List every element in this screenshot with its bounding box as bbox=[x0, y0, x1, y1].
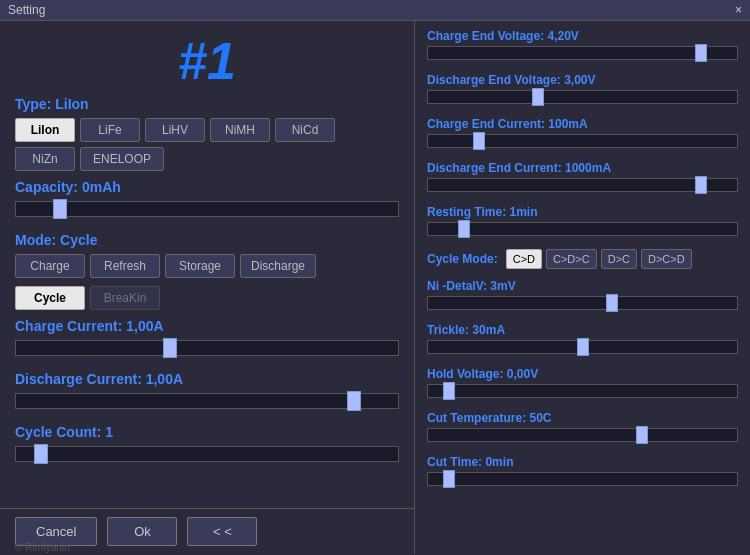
cycle-count-slider[interactable] bbox=[15, 446, 399, 462]
capacity-slider-row bbox=[15, 201, 399, 220]
charge-end-current-row: Charge End Current: 100mA bbox=[427, 117, 738, 151]
type-button-group: LiIon LiFe LiHV NiMH NiCd NiZn ENELOOP bbox=[15, 118, 399, 171]
mode-button-group: Charge Refresh Storage Discharge bbox=[15, 254, 399, 278]
trickle-slider[interactable] bbox=[427, 340, 738, 354]
charge-end-voltage-row: Charge End Voltage: 4,20V bbox=[427, 29, 738, 63]
cut-time-slider[interactable] bbox=[427, 472, 738, 486]
ni-delta-v-row: Ni -DetalV: 3mV bbox=[427, 279, 738, 313]
charge-end-current-label: Charge End Current: 100mA bbox=[427, 117, 738, 131]
trickle-label: Trickle: 30mA bbox=[427, 323, 738, 337]
titlebar-title: Setting bbox=[8, 3, 45, 17]
discharge-current-slider[interactable] bbox=[15, 393, 399, 409]
cut-temperature-label: Cut Temperature: 50C bbox=[427, 411, 738, 425]
copyright: © RimIyanin bbox=[15, 542, 70, 553]
discharge-end-current-row: Discharge End Current: 1000mA bbox=[427, 161, 738, 195]
back-button[interactable]: < < bbox=[187, 517, 257, 546]
discharge-end-voltage-row: Discharge End Voltage: 3,00V bbox=[427, 73, 738, 107]
mode-label: Mode: Cycle bbox=[15, 232, 399, 248]
type-btn-liion[interactable]: LiIon bbox=[15, 118, 75, 142]
right-panel: Charge End Voltage: 4,20V Discharge End … bbox=[415, 21, 750, 554]
cut-time-row: Cut Time: 0min bbox=[427, 455, 738, 489]
discharge-end-current-label: Discharge End Current: 1000mA bbox=[427, 161, 738, 175]
hold-voltage-row: Hold Voltage: 0,00V bbox=[427, 367, 738, 401]
trickle-row: Trickle: 30mA bbox=[427, 323, 738, 357]
capacity-label: Capacity: 0mAh bbox=[15, 179, 399, 195]
charge-current-slider-row bbox=[15, 340, 399, 359]
left-panel: #1 Type: LiIon LiIon LiFe LiHV NiMH NiCd… bbox=[0, 21, 415, 554]
mode-btn-breakin: BreaKin bbox=[90, 286, 160, 310]
discharge-current-slider-row bbox=[15, 393, 399, 412]
cycle-count-label: Cycle Count: 1 bbox=[15, 424, 399, 440]
slot-number: #1 bbox=[15, 31, 399, 91]
charge-end-voltage-slider[interactable] bbox=[427, 46, 738, 60]
mode-btn-charge[interactable]: Charge bbox=[15, 254, 85, 278]
type-btn-nimh[interactable]: NiMH bbox=[210, 118, 270, 142]
mode-btn-refresh[interactable]: Refresh bbox=[90, 254, 160, 278]
cycle-btn-ctod[interactable]: C>D bbox=[506, 249, 542, 269]
ni-delta-v-slider[interactable] bbox=[427, 296, 738, 310]
close-button[interactable]: × bbox=[735, 3, 742, 17]
discharge-end-current-slider[interactable] bbox=[427, 178, 738, 192]
cut-time-label: Cut Time: 0min bbox=[427, 455, 738, 469]
cut-temperature-row: Cut Temperature: 50C bbox=[427, 411, 738, 445]
resting-time-row: Resting Time: 1min bbox=[427, 205, 738, 239]
type-btn-nizn[interactable]: NiZn bbox=[15, 147, 75, 171]
cycle-mode-row: Cycle Mode: C>D C>D>C D>C D>C>D bbox=[427, 249, 738, 269]
ni-delta-v-label: Ni -DetalV: 3mV bbox=[427, 279, 738, 293]
mode-btn-discharge[interactable]: Discharge bbox=[240, 254, 316, 278]
type-label: Type: LiIon bbox=[15, 96, 399, 112]
charge-end-voltage-label: Charge End Voltage: 4,20V bbox=[427, 29, 738, 43]
discharge-end-voltage-label: Discharge End Voltage: 3,00V bbox=[427, 73, 738, 87]
main-container: #1 Type: LiIon LiIon LiFe LiHV NiMH NiCd… bbox=[0, 21, 750, 554]
mode-btn-cycle[interactable]: Cycle bbox=[15, 286, 85, 310]
discharge-current-label: Discharge Current: 1,00A bbox=[15, 371, 399, 387]
type-btn-life[interactable]: LiFe bbox=[80, 118, 140, 142]
cycle-mode-label: Cycle Mode: bbox=[427, 252, 498, 266]
mode-btn-storage[interactable]: Storage bbox=[165, 254, 235, 278]
discharge-end-voltage-slider[interactable] bbox=[427, 90, 738, 104]
hold-voltage-label: Hold Voltage: 0,00V bbox=[427, 367, 738, 381]
cycle-count-slider-row bbox=[15, 446, 399, 465]
type-btn-eneloop[interactable]: ENELOOP bbox=[80, 147, 164, 171]
capacity-slider[interactable] bbox=[15, 201, 399, 217]
charge-end-current-slider[interactable] bbox=[427, 134, 738, 148]
charge-current-slider[interactable] bbox=[15, 340, 399, 356]
ok-button[interactable]: Ok bbox=[107, 517, 177, 546]
cycle-btn-dtoc[interactable]: D>C bbox=[601, 249, 637, 269]
hold-voltage-slider[interactable] bbox=[427, 384, 738, 398]
type-btn-nicd[interactable]: NiCd bbox=[275, 118, 335, 142]
cut-temperature-slider[interactable] bbox=[427, 428, 738, 442]
type-btn-lihv[interactable]: LiHV bbox=[145, 118, 205, 142]
cycle-btn-ctodtoc[interactable]: C>D>C bbox=[546, 249, 597, 269]
resting-time-slider[interactable] bbox=[427, 222, 738, 236]
mode-button-group-2: Cycle BreaKin bbox=[15, 286, 399, 310]
resting-time-label: Resting Time: 1min bbox=[427, 205, 738, 219]
charge-current-label: Charge Current: 1,00A bbox=[15, 318, 399, 334]
titlebar: Setting × bbox=[0, 0, 750, 21]
cycle-btn-dtocctod[interactable]: D>C>D bbox=[641, 249, 692, 269]
